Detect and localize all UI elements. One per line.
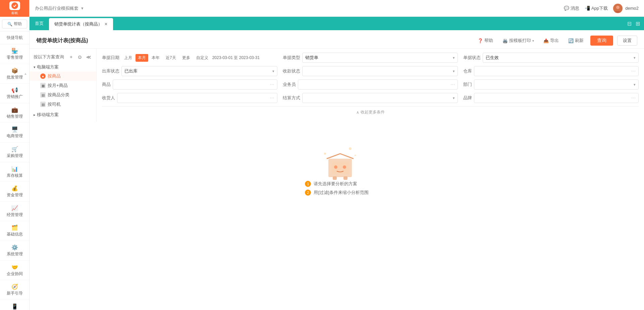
sidebar-item-enterprise[interactable]: 🤝 企业协同: [0, 261, 29, 280]
outstatus-control[interactable]: 已出库 ▾: [121, 66, 277, 76]
tab-close-button[interactable]: ✕: [104, 22, 108, 27]
minimize-button[interactable]: ⊟: [626, 19, 633, 28]
tree-item-by-driver[interactable]: ▤ 按司机: [30, 100, 96, 109]
collapse-panel-button[interactable]: ≪: [85, 53, 92, 61]
tab-actions: ⊟ ⊞: [623, 19, 644, 28]
product-control[interactable]: ···: [113, 80, 277, 90]
settlement-control[interactable]: ▾: [302, 93, 458, 103]
basic-label: 基础信息: [7, 232, 23, 237]
svg-point-7: [324, 153, 326, 155]
date-tab-thisyear[interactable]: 本年: [149, 54, 162, 62]
sidebar-search[interactable]: 🔍 帮助: [0, 17, 29, 32]
scheme-table-icon: ▤: [40, 92, 46, 98]
inventory-label: 库存核算: [7, 173, 23, 178]
empty-steps: 1 请先选择要分析的方案 2 用[过滤]条件来缩小分析范围: [305, 181, 368, 198]
product-dots[interactable]: ···: [270, 82, 274, 88]
edit-scheme-button[interactable]: ⊙: [76, 53, 84, 61]
sidebar: 标账 🔍 帮助 快捷导航 🏪 零售管理 📦 批发管理 ▲ 📢 营销推广 💼 销售…: [0, 0, 30, 310]
date-tabs: 上月 本月 本年 近7天 更多 自定义: [121, 54, 211, 62]
sidebar-item-finance[interactable]: 💰 资金管理: [0, 182, 29, 202]
retail-label: 零售管理: [7, 55, 23, 60]
search-menu-button[interactable]: 🔍 帮助: [2, 19, 27, 29]
logo-text: 标账: [11, 11, 18, 15]
tree-item-by-month-product[interactable]: ▦ 按月+商品: [30, 81, 96, 90]
brand-control[interactable]: ···: [474, 93, 639, 103]
print-icon: 🖨️: [502, 38, 508, 43]
svg-point-9: [349, 147, 352, 150]
collapse-bar[interactable]: ∧ 收起更多条件: [102, 106, 639, 118]
date-tab-thismonth[interactable]: 本月: [136, 54, 148, 62]
payment-control[interactable]: ▾: [302, 66, 458, 76]
tree-item-by-category-label: 按商品分类: [48, 92, 69, 98]
user-avatar-area[interactable]: demo2: [613, 4, 639, 13]
sidebar-item-sales[interactable]: 💼 销售管理: [0, 103, 29, 123]
tree-item-by-driver-label: 按司机: [48, 101, 61, 107]
tab-sales-stats[interactable]: 销货单统计表（按商品） ✕: [49, 18, 113, 30]
department-control[interactable]: ▾: [474, 80, 639, 90]
date-tab-7days[interactable]: 近7天: [163, 54, 179, 62]
purchase-label: 采购管理: [7, 153, 23, 159]
page-actions: ❓ 帮助 🖨️ 按模板打印 ▾ 📤 导出 🔄 刷新 查询 设置: [475, 36, 637, 46]
tab-bar: 首页 销货单统计表（按商品） ✕ ⊟ ⊞: [30, 17, 644, 30]
settlement-label: 结算方式: [283, 95, 300, 101]
salesperson-dots[interactable]: ···: [450, 82, 455, 88]
sidebar-item-retail[interactable]: 🏪 零售管理: [0, 44, 29, 64]
sidebar-item-basic[interactable]: 🗂️ 基础信息: [0, 221, 29, 241]
sidebar-item-appcenter[interactable]: 📱 应用中心: [0, 300, 29, 310]
sidebar-item-ecommerce[interactable]: 🖥️ 电商管理: [0, 123, 29, 143]
tab-home[interactable]: 首页: [30, 17, 49, 30]
search-icon: 🔍: [7, 22, 12, 27]
sidebar-item-inventory[interactable]: 📊 库存核算: [0, 162, 29, 182]
warehouse-dots[interactable]: ···: [631, 68, 636, 74]
newuser-icon: 🧭: [11, 283, 18, 290]
expand-button[interactable]: ⊞: [634, 19, 641, 28]
date-range: 2023-03-01 至 2023-03-31: [212, 55, 260, 61]
recipient-label: 收货人: [102, 95, 115, 101]
app-download-button[interactable]: 📲 App下载: [585, 5, 608, 11]
tree-item-by-product[interactable]: ● 按商品: [30, 71, 96, 81]
basic-icon: 🗂️: [11, 224, 18, 231]
appcenter-icon: 📱: [11, 303, 18, 310]
filter-recipient-item: 收货人 ···: [102, 93, 277, 103]
tab-sales-stats-label: 销货单统计表（按商品）: [54, 21, 102, 27]
ecommerce-label: 电商管理: [7, 134, 23, 139]
sidebar-item-system[interactable]: ⚙️ 系统管理: [0, 241, 29, 261]
date-tab-lastmonth[interactable]: 上月: [121, 54, 135, 62]
dropdown-arrow[interactable]: ▾: [81, 6, 84, 11]
print-arrow: ▾: [532, 39, 534, 43]
recipient-dots[interactable]: ···: [270, 95, 274, 101]
recipient-control[interactable]: ···: [117, 93, 277, 103]
sidebar-item-operations[interactable]: 📈 经营管理: [0, 202, 29, 221]
salesperson-control[interactable]: ···: [298, 80, 458, 90]
sidebar-item-wholesale[interactable]: 📦 批发管理 ▲: [0, 64, 29, 84]
brand-dots[interactable]: ···: [631, 95, 636, 101]
query-button[interactable]: 查询: [590, 36, 613, 46]
sidebar-item-newuser[interactable]: 🧭 新手引导: [0, 280, 29, 300]
export-button[interactable]: 📤 导出: [541, 36, 561, 45]
help-button[interactable]: ❓ 帮助: [475, 36, 496, 45]
settings-button[interactable]: 设置: [617, 36, 637, 46]
tree-pc-section[interactable]: ▾ 电脑端方案: [30, 63, 96, 71]
industry-label: 办公用品行业模拟账套: [35, 5, 78, 11]
docstatus-control[interactable]: 已生效 ▾: [483, 53, 639, 63]
tree-mobile-section[interactable]: ▸ 移动端方案: [30, 110, 96, 119]
doctype-control[interactable]: 销货单 ▾: [302, 53, 458, 63]
tree-item-by-category[interactable]: ▤ 按商品分类: [30, 90, 96, 100]
date-tab-more[interactable]: 更多: [179, 54, 193, 62]
refresh-button[interactable]: 🔄 刷新: [566, 36, 586, 45]
sidebar-item-purchase[interactable]: 🛒 采购管理: [0, 143, 29, 162]
filter-row-3: 商品 ··· 业务员 ··· 部门: [102, 80, 639, 90]
date-tab-custom[interactable]: 自定义: [194, 54, 211, 62]
messages-button[interactable]: 💬 消息: [564, 5, 579, 11]
quick-nav-label[interactable]: 快捷导航: [0, 34, 29, 42]
sidebar-item-marketing[interactable]: 📢 营销推广: [0, 84, 29, 103]
help-icon: ❓: [478, 38, 483, 43]
print-button[interactable]: 🖨️ 按模板打印 ▾: [500, 36, 537, 45]
brand-label: 品牌: [463, 95, 472, 101]
wholesale-label: 批发管理: [7, 75, 23, 80]
add-scheme-button[interactable]: ＋: [67, 53, 75, 61]
scheme-table2-icon: ▤: [40, 102, 46, 107]
warehouse-control[interactable]: ···: [474, 66, 639, 76]
header-left: 办公用品行业模拟账套 ▾: [35, 5, 84, 11]
filter-warehouse-item: 仓库 ···: [463, 66, 639, 76]
